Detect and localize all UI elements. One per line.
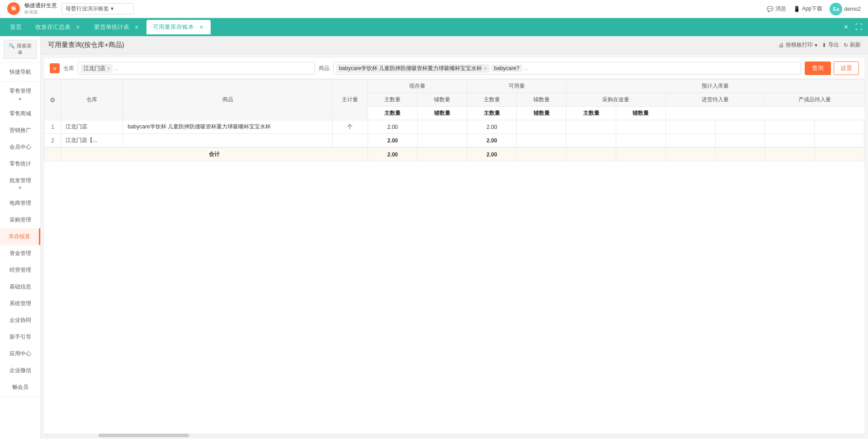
row1-avail-main: 2.00: [467, 120, 517, 134]
sidebar-item-retail-mgmt[interactable]: 零售管理 ▲: [0, 83, 40, 105]
sidebar-item-finance[interactable]: 资金管理: [0, 245, 40, 262]
fullscreen-button[interactable]: ⛶: [854, 21, 864, 33]
sidebar-item-purchase[interactable]: 采购管理: [0, 212, 40, 228]
content-area: 可用量查询(按仓库+商品) 🖨 按模板打印 ▾ ⬇ 导出 ↻ 刷新: [41, 36, 868, 439]
sidebar-item-vip-member[interactable]: 畅会员: [0, 379, 40, 396]
sidebar-retail-stats-label: 零售统计: [9, 160, 31, 168]
tab-home[interactable]: 首页: [4, 20, 28, 34]
industry-label: 母婴行业演示账套: [66, 5, 109, 13]
tab-requisition[interactable]: 要货单统计表 ×: [88, 20, 146, 34]
scroll-thumb[interactable]: [99, 434, 189, 437]
tab-available-close[interactable]: ×: [198, 24, 204, 30]
table-col-warehouse: 仓库: [61, 80, 123, 120]
row2-stock-aux: [417, 134, 467, 148]
product-tag-value-1: babycare学饮杯 儿童防摔防撞吸管杯重力球吸嘴杯宝宝水杯: [339, 65, 482, 72]
app-download-button[interactable]: 📱 App下载: [793, 5, 822, 13]
settings-button[interactable]: 设置: [834, 61, 859, 75]
sidebar-item-retail-stats[interactable]: 零售统计: [0, 156, 40, 172]
message-label: 消息: [775, 5, 786, 13]
sidebar-item-new-guide[interactable]: 新手引导: [0, 329, 40, 345]
topbar-left: 畅 畅捷通好生意 标准版 母婴行业演示账套 ▾: [7, 2, 134, 15]
search-menu-button[interactable]: 🔍 搜索菜单: [4, 40, 37, 59]
table-col-avail-main: 主数量: [467, 93, 517, 107]
sidebar-finance-label: 资金管理: [9, 250, 31, 257]
tab-collect-close[interactable]: ×: [75, 24, 80, 30]
row1-pur-transit-aux: [616, 120, 665, 134]
refresh-label: 刷新: [850, 41, 861, 49]
print-icon: 🖨: [778, 42, 784, 48]
sidebar-item-quicknav[interactable]: 快捷导航: [0, 66, 40, 79]
sidebar-inventory-label: 库存核算: [9, 233, 30, 241]
user-menu[interactable]: Ea demo2: [830, 3, 861, 15]
row1-stock-aux: [417, 120, 467, 134]
warehouse-tag-close[interactable]: ×: [107, 66, 110, 71]
sidebar-item-enterprise-wechat[interactable]: 企业微信: [0, 362, 40, 379]
sidebar-app-center-label: 应用中心: [9, 350, 31, 358]
row1-product: babycare学饮杯 儿童防摔防撞吸管杯重力球吸嘴杯宝宝水杯: [123, 120, 333, 134]
query-button[interactable]: 查询: [805, 61, 831, 75]
export-button[interactable]: ⬇ 导出: [822, 41, 839, 49]
sidebar-item-retail-mall[interactable]: 零售商城: [0, 105, 40, 122]
th-incoming-aux: 辅数量: [517, 107, 566, 120]
filter-expand-button[interactable]: »: [50, 63, 60, 73]
footer-label: 合计: [61, 147, 368, 161]
sidebar-vip-member-label: 畅会员: [12, 383, 28, 391]
sidebar-search-section: 🔍 搜索菜单: [0, 36, 40, 63]
nav-actions: × ⛶: [842, 21, 864, 33]
sidebar-item-app-center[interactable]: 应用中心: [0, 345, 40, 362]
tab-available[interactable]: 可用量库存账本 ×: [146, 20, 210, 34]
tab-collect-label: 收发存汇总表: [35, 23, 71, 31]
tab-requisition-close[interactable]: ×: [134, 24, 139, 30]
sidebar-item-basic-info[interactable]: 基础信息: [0, 279, 40, 295]
sidebar-operations-label: 经营管理: [9, 266, 31, 274]
sidebar-item-marketing[interactable]: 营销推广: [0, 122, 40, 139]
footer-pur-transit-aux: [616, 147, 665, 161]
horizontal-scrollbar[interactable]: [44, 434, 864, 437]
product-tag-close-1[interactable]: ×: [484, 66, 486, 71]
sidebar-item-wholesale-mgmt[interactable]: 批发管理 ▼: [0, 172, 40, 195]
row1-finished-aux: [815, 120, 864, 134]
chevron-up-icon: ▲: [18, 96, 23, 101]
table-row: 2 江北门店【... 2.00 2.00: [45, 134, 864, 148]
data-table-wrapper[interactable]: ⚙ 仓库 商品 主计量 现存量 可用量 预计入库量 主数量 辅数量 主数量 辅数…: [44, 79, 864, 434]
tab-available-label: 可用量库存账本: [153, 23, 194, 31]
row2-incoming-main: [665, 134, 715, 148]
industry-selector[interactable]: 母婴行业演示账套 ▾: [61, 3, 134, 14]
footer-finished-aux: [815, 147, 864, 161]
sidebar-item-enterprise-collab[interactable]: 企业协同: [0, 312, 40, 329]
export-label: 导出: [828, 41, 839, 49]
footer-stock-main: 2.00: [368, 147, 417, 161]
print-button[interactable]: 🖨 按模板打印 ▾: [778, 41, 817, 49]
row2-finished-main: [765, 134, 815, 148]
sidebar-item-system[interactable]: 系统管理: [0, 295, 40, 312]
sidebar-enterprise-wechat-label: 企业微信: [9, 367, 31, 374]
expand-icon: »: [53, 65, 57, 72]
table-col-settings[interactable]: ⚙: [45, 80, 61, 120]
sidebar-item-ecommerce[interactable]: 电商管理: [0, 195, 40, 212]
warehouse-filter-tags[interactable]: 江北门店 × ...: [78, 62, 315, 75]
refresh-button[interactable]: ↻ 刷新: [844, 41, 861, 49]
table-col-unit: 主计量: [332, 80, 368, 120]
sidebar-item-member[interactable]: 会员中心: [0, 139, 40, 156]
row1-avail-aux: [517, 120, 566, 134]
close-tab-button[interactable]: ×: [842, 21, 850, 33]
chevron-down-icon: ▼: [18, 185, 23, 190]
refresh-icon: ↻: [844, 42, 848, 48]
sidebar-item-inventory[interactable]: 库存核算: [0, 228, 40, 245]
sidebar-retail-mall-label: 零售商城: [9, 110, 31, 118]
table-header-row1: ⚙ 仓库 商品 主计量 现存量 可用量 预计入库量: [45, 80, 864, 93]
table-col-product: 商品: [123, 80, 333, 120]
sidebar-item-operations[interactable]: 经营管理: [0, 262, 40, 279]
print-label: 按模板打印: [786, 41, 813, 49]
nav-tabs: 首页 收发存汇总表 × 要货单统计表 × 可用量库存账本 × × ⛶: [0, 18, 868, 36]
product-filter-tags[interactable]: babycare学饮杯 儿童防摔防撞吸管杯重力球吸嘴杯宝宝水杯 × babyca…: [333, 62, 801, 75]
export-icon: ⬇: [822, 42, 826, 48]
row1-index: 1: [45, 120, 61, 134]
footer-settings-cell: [45, 147, 61, 161]
row2-avail-aux: [517, 134, 566, 148]
message-button[interactable]: 💬 消息: [767, 5, 786, 13]
footer-incoming-aux: [715, 147, 765, 161]
tab-collect[interactable]: 收发存汇总表 ×: [29, 20, 87, 34]
product-tag-value-2: babycare?: [494, 65, 519, 71]
footer-incoming-main: [665, 147, 715, 161]
